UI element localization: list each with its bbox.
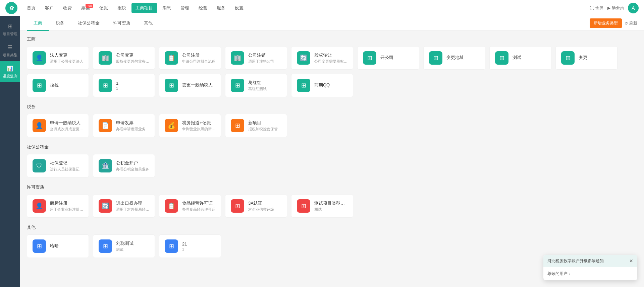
avatar[interactable]: A [628, 3, 639, 13]
card-name: 进出口权办理 [116, 200, 149, 206]
nav-item-service[interactable]: 服务 [213, 3, 229, 13]
card-icon: ⊞ [99, 239, 112, 253]
card-guquan-zhuanrang[interactable]: 🔄 股权转让 公司变更需要股权转让 [291, 46, 353, 70]
notif-title: 河北税务数字账户升级影响通知 [547, 258, 604, 264]
nav-item-operation[interactable]: 经营 [195, 3, 211, 13]
card-desc: 拿到营业执照的新公司 [182, 127, 215, 132]
notif-close-button[interactable]: ✕ [629, 258, 633, 264]
progress-icon: 📊 [6, 64, 14, 72]
nav-item-fee[interactable]: 收费 [59, 3, 76, 13]
card-kai-gongsi[interactable]: ⊞ 开公司 [357, 46, 419, 70]
nav-item-home[interactable]: 首页 [23, 3, 40, 13]
nav-item-tax[interactable]: 报税 [113, 3, 130, 13]
nav-item-message[interactable]: 消息 [158, 3, 175, 13]
card-gongsi-zhuxiao[interactable]: 🏢 公司注销 适用于注销公司 [225, 46, 287, 70]
tab-shebao[interactable]: 社保公积金 [71, 16, 106, 31]
card-info: 进出口权办理 适用于对外贸易经营者 [116, 200, 149, 212]
card-info: 申请一般纳税人 当月或次月成变更完成 [50, 120, 83, 132]
card-name: 变更 [579, 55, 612, 61]
fullscreen-icon: ⛶ [590, 6, 594, 10]
card-icon: ⊞ [231, 199, 244, 213]
tab-shuiwu[interactable]: 税务 [49, 16, 71, 31]
card-gongjijin-kaihu[interactable]: 🏦 公积金开户 办理公积金相关业务 [93, 154, 155, 177]
sidebar-item-project-manage[interactable]: ⊞ 项目管理 [0, 19, 20, 40]
card-lala[interactable]: ⊞ 拉拉 [27, 74, 89, 97]
refresh-button[interactable]: ↺ 刷新 [625, 20, 637, 26]
card-shangbiao-zhuce[interactable]: 👤 商标注册 用于企业商标注册服务 [27, 194, 89, 218]
card-name: 公司注册 [182, 52, 215, 58]
notif-header: 河北税务数字账户升级影响通知 ✕ [543, 255, 637, 267]
card-icon: 📄 [99, 119, 112, 132]
card-name: 申请发票 [116, 120, 149, 126]
card-name: 税务报道+记账 [182, 120, 215, 126]
fullscreen-button[interactable]: ⛶ 全屏 [590, 5, 603, 11]
sidebar-item-project-type[interactable]: ☰ 项目类型 [0, 40, 20, 61]
card-info: 公司变更 股权变更外的业务变更 [116, 52, 149, 64]
nav-item-settings[interactable]: 设置 [231, 3, 248, 13]
card-shebao-dengji[interactable]: 🛡 社保登记 进行人员社保登记 [27, 154, 89, 177]
card-ceshi-leixing[interactable]: ⊞ 测试项目类型目定义 测试 [291, 194, 353, 218]
card-one[interactable]: ⊞ 1 1 [93, 74, 155, 97]
card-name: 测试 [513, 55, 546, 61]
card-biangeng[interactable]: ⊞ 变更 [555, 46, 618, 70]
card-gongsi-biangeng[interactable]: 🏢 公司变更 股权变更外的业务变更 [93, 46, 155, 70]
add-type-button[interactable]: 新增业务类型 [590, 18, 622, 28]
tab-qita[interactable]: 其他 [137, 16, 159, 31]
sub-tabs-bar: 工商 税务 社保公积金 许可资质 其他 新增业务类型 ↺ 刷新 [20, 16, 644, 31]
card-info: 测试 [513, 55, 546, 61]
card-gehonghong[interactable]: ⊞ 葛红红 葛红红测试 [225, 74, 287, 97]
nav-item-industrial[interactable]: 工商项目 [131, 3, 157, 13]
card-liucong-ceshi[interactable]: ⊞ 刘聪测试 测试 [93, 234, 155, 258]
card-faziren-biangeng[interactable]: 👤 法人变更 适用于公司变更法人 [27, 46, 89, 70]
card-haha[interactable]: ⊞ 哈哈 [27, 234, 89, 258]
card-biangeng-yiban[interactable]: ⊞ 变更一般纳税人 [159, 74, 221, 97]
card-ceshi[interactable]: ⊞ 测试 [489, 46, 551, 70]
nav-item-manage[interactable]: 管理 [176, 3, 193, 13]
section-title-shuiwu: 税务 [27, 104, 637, 110]
card-jinchukou-banli[interactable]: 🔄 进出口权办理 适用于对外贸易经营者 [93, 194, 155, 218]
cards-grid-shuiwu: 👤 申请一般纳税人 当月或次月成变更完成 📄 申请发票 办理申请发票业务 💰 [27, 114, 637, 137]
card-qianqi-qq[interactable]: ⊞ 前期QQ [291, 74, 353, 97]
card-gongsi-zhuce[interactable]: 📋 公司注册 申请公司注册全流程 [159, 46, 221, 70]
card-shipin-xuke[interactable]: 📋 食品经营许可证 办理食品经营许可证 [159, 194, 221, 218]
card-icon: ⊞ [429, 51, 442, 65]
nav-item-accounting[interactable]: 记账 [95, 3, 112, 13]
card-name: 1 [116, 81, 149, 86]
tab-xuke[interactable]: 许可资质 [106, 16, 137, 31]
card-shenqing-fapiao[interactable]: 📄 申请发票 办理申请发票业务 [93, 114, 155, 137]
card-name: 申请一般纳税人 [50, 120, 83, 126]
logo[interactable]: ✿ [5, 2, 17, 14]
card-desc: 用于企业商标注册服务 [50, 207, 83, 212]
card-shenqing-yiban[interactable]: 👤 申请一般纳税人 当月或次月成变更完成 [27, 114, 89, 137]
tab-gongshang[interactable]: 工商 [27, 16, 49, 31]
notification-popup: 河北税务数字账户升级影响通知 ✕ 尊敬的用户： [543, 255, 637, 280]
card-shuiwu-baodao[interactable]: 💰 税务报道+记账 拿到营业执照的新公司 [159, 114, 221, 137]
card-info: 葛红红 葛红红测试 [248, 80, 281, 91]
card-info: 变更地址 [446, 55, 480, 61]
card-21[interactable]: ⊞ 21 1 [159, 234, 221, 258]
card-name: 公司变更 [116, 52, 149, 58]
member-button[interactable]: ▶ 畅会员 [607, 5, 624, 11]
section-title-xuke: 许可资质 [27, 184, 637, 190]
card-name: 商标注册 [50, 200, 83, 206]
card-xin-xiangmu[interactable]: ⊞ 新项目 报税加税控盘保管 [225, 114, 287, 137]
card-icon: 💰 [165, 119, 178, 132]
nav-item-ticket[interactable]: 票据 new [77, 3, 94, 13]
card-name: 公司注销 [248, 52, 281, 58]
card-info: 社保登记 进行人员社保登记 [50, 160, 83, 172]
card-3a-renzhen[interactable]: ⊞ 3A认证 对企业信誉评级 [225, 194, 287, 218]
tab-actions: 新增业务类型 ↺ 刷新 [590, 18, 637, 28]
card-icon: ⊞ [165, 79, 178, 92]
card-info: 公司注册 申请公司注册全流程 [182, 52, 215, 64]
top-nav: ✿ 首页 客户 收费 票据 new 记账 报税 工商项目 消息 管理 经营 服务… [0, 0, 644, 16]
sidebar-item-progress[interactable]: 📊 进度监测 [0, 61, 20, 82]
card-biangeng-dizhi[interactable]: ⊞ 变更地址 [423, 46, 485, 70]
sidebar: ⊞ 项目管理 ☰ 项目类型 📊 进度监测 [0, 16, 20, 287]
card-icon: ⊞ [231, 79, 244, 92]
card-icon: ⊞ [561, 51, 575, 65]
card-icon: 🔄 [99, 199, 112, 213]
nav-item-client[interactable]: 客户 [41, 3, 58, 13]
new-badge: new [86, 4, 93, 8]
project-manage-icon: ⊞ [6, 22, 14, 30]
card-icon: ⊞ [363, 51, 376, 65]
